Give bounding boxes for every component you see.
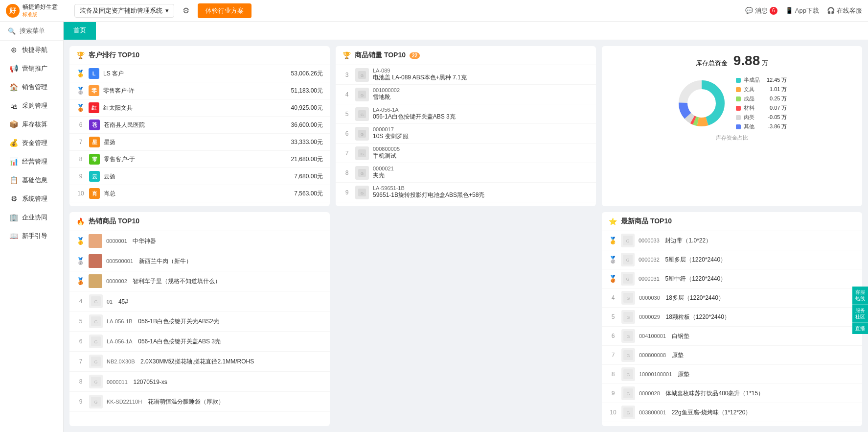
sale-product-code: LA-59651-1B [373, 185, 589, 191]
customer-rank-item: 🥉 红 红太阳文具 40,925.00元 [69, 99, 330, 117]
new-medal-icon: 🥇 [609, 237, 617, 244]
marketing-icon: 📢 [9, 64, 18, 73]
new-product-info: 000800008 原垫 [639, 351, 855, 360]
product-sale-item: 3 G LA-089 电池盖 LA-089 ABS本色+黑种 7.1克 [336, 65, 596, 85]
hot-product-info: 000500001 新西兰牛肉（新牛） [106, 257, 323, 265]
new-product-img: G [621, 329, 635, 343]
new-product-item: 9 G 0000028 体城嘉枚味苏打饮品400毫升（1*15） [602, 384, 862, 403]
topbar: 好 畅捷通好生意 标准版 装备及固定资产辅助管理系统 ▾ ⚙ 体验行业方案 💬 … [0, 0, 868, 22]
new-product-name: 18颗粒板（1220*2440） [665, 313, 730, 320]
float-btn-service[interactable]: 客服热线 [852, 287, 868, 305]
search-icon: 🔍 [8, 27, 16, 35]
hot-product-info: 0000001 中华神器 [106, 237, 323, 245]
legend-label: 成品 [744, 95, 754, 102]
float-btn-direct[interactable]: 直播 [852, 323, 868, 334]
hot-product-code: 01 [107, 299, 113, 305]
quick-nav-icon: ⊕ [9, 46, 18, 54]
sale-product-code: 001000002 [373, 87, 589, 93]
new-product-img: G [621, 406, 635, 419]
sidebar-item-quick-nav[interactable]: ⊕ 快捷导航 [0, 41, 63, 59]
hot-product-item: 4 G 01 45# [69, 291, 330, 312]
new-product-code: 0000028 [639, 390, 660, 396]
hot-product-img-placeholder: G [89, 335, 103, 348]
hot-medal-icon: 🥇 [76, 237, 85, 245]
sale-product-img: G [355, 146, 369, 160]
sidebar-item-purchase[interactable]: 🛍 采购管理 [0, 96, 63, 115]
sale-product-info: 000800005 手机测试 [373, 146, 589, 160]
customer-amount: 53,006.26元 [291, 70, 323, 78]
hot-product-info: KK-SD22110H 花语萌恒温分腿睡袋（厚款） [107, 398, 323, 406]
new-product-item: 4 G 0000030 18多层（1220*2440） [602, 288, 862, 308]
sale-product-code: 0000017 [373, 126, 589, 132]
sidebar-item-sales[interactable]: 🏠 销售管理 [0, 78, 63, 96]
sidebar-item-system[interactable]: ⚙ 系统管理 [0, 190, 63, 208]
sidebar-item-guide[interactable]: 📖 新手引导 [0, 227, 63, 245]
dashboard: 🏆 客户排行 TOP10 🥇 L LS 客户 53,006.26元 🥈 零 零售… [64, 40, 868, 432]
hot-rank-num: 8 [76, 378, 85, 385]
legend-dot [736, 96, 741, 101]
new-product-item: 8 G 10000100001 原垫 [602, 365, 862, 384]
online-service-link[interactable]: 🎧 在线客服 [827, 6, 862, 15]
svg-text:G: G [626, 410, 630, 415]
svg-text:G: G [361, 171, 364, 176]
sale-rank-num: 6 [343, 130, 351, 137]
sidebar-item-operation[interactable]: 📊 经营管理 [0, 152, 63, 171]
customer-rank-item: 9 云 云扬 7,680.00元 [69, 168, 330, 185]
settings-icon[interactable]: ⚙ [179, 4, 193, 18]
svg-text:G: G [361, 152, 364, 156]
trophy-icon: 🏆 [76, 51, 85, 59]
inventory-value: 9.88 [733, 53, 760, 68]
hot-product-item: 6 G LA-056-1A 056-1A白色按键开关盖ABS 3壳 [69, 332, 330, 352]
message-link[interactable]: 💬 消息 6 [745, 6, 777, 15]
sale-product-code: LA-089 [373, 68, 589, 73]
hot-product-item: 🥈 000500001 新西兰牛肉（新牛） [69, 251, 330, 271]
legend-label: 半成品 [744, 76, 760, 84]
customer-amount: 7,680.00元 [294, 172, 323, 181]
app-download-link[interactable]: 📱 App下载 [785, 6, 819, 15]
customer-amount: 51,183.00元 [291, 87, 323, 95]
product-sale-item: 9 G LA-59651-1B 59651-1B旋转投影灯电池盒ABS黑色+58… [336, 183, 596, 202]
hot-rank-num: 9 [76, 398, 85, 405]
tab-home[interactable]: 首页 [64, 22, 96, 40]
inventory-unit: 万 [762, 59, 768, 67]
new-medal-icon: 🥈 [609, 256, 617, 264]
new-rank-num: 7 [609, 352, 617, 359]
customer-avatar: 零 [89, 154, 100, 165]
svg-text:G: G [626, 353, 630, 358]
search-menu[interactable]: 🔍 搜索菜单 [0, 22, 63, 41]
new-product-name: 体城嘉枚味苏打饮品400毫升（1*15） [665, 390, 764, 397]
new-product-name: 22g鱼豆腐-烧烤味（1*12*20） [672, 409, 752, 416]
hot-products-body: 🥇 0000001 中华神器 🥈 000500001 新西兰牛肉（新牛） 🥉 0… [69, 231, 330, 412]
new-product-item: 5 G 0000029 18颗粒板（1220*2440） [602, 308, 862, 327]
hot-product-code: LA-056-1B [107, 318, 133, 324]
sidebar-item-basic[interactable]: 📋 基础信息 [0, 171, 63, 190]
sidebar-item-company[interactable]: 🏢 企业协同 [0, 208, 63, 227]
hot-product-name: 056-1A白色按键开关盖ABS 3壳 [138, 338, 221, 345]
sidebar-item-inventory[interactable]: 📦 库存核算 [0, 115, 63, 134]
trial-button[interactable]: 体验行业方案 [198, 3, 251, 18]
hot-product-img-placeholder: G [89, 355, 103, 368]
system-selector[interactable]: 装备及固定资产辅助管理系统 ▾ [74, 4, 174, 18]
ratio-label: 库存资金占比 [602, 134, 862, 145]
hot-products-card: 🔥 热销商品 TOP10 🥇 0000001 中华神器 🥈 000500001 … [69, 212, 330, 426]
sidebar-item-finance[interactable]: 💰 资金管理 [0, 134, 63, 152]
new-product-code: 0000032 [639, 257, 660, 263]
product-sale-item: 8 G 0000021 夹壳 [336, 163, 596, 183]
legend-label: 文具 [744, 86, 754, 93]
customer-name: LS 客户 [103, 70, 287, 78]
sidebar-item-marketing[interactable]: 📢 营销推广 [0, 59, 63, 78]
phone-icon: 📱 [785, 7, 793, 14]
hot-product-name: 12070519-xs [133, 379, 167, 385]
hot-product-item: 5 G LA-056-1B 056-1B白色按键开关壳ABS2壳 [69, 312, 330, 332]
svg-rect-22 [89, 254, 102, 268]
hot-product-item: 8 G 0000011 12070519-xs [69, 372, 330, 392]
new-product-name: 18多层（1220*2440） [665, 294, 724, 301]
hot-product-name: 新西兰牛肉（新牛） [139, 258, 192, 264]
customer-ranking-header: 🏆 客户排行 TOP10 [69, 46, 330, 65]
sale-rank-num: 5 [343, 111, 351, 118]
new-product-item: 10 G 003800001 22g鱼豆腐-烧烤味（1*12*20） [602, 403, 862, 422]
new-product-item: 🥈 G 0000032 5厘多层（1220*2440） [602, 250, 862, 269]
sale-product-name: 056-1A白色按键开关盖ABS 3克 [373, 113, 589, 121]
float-btn-community[interactable]: 服务社区 [852, 305, 868, 323]
hot-product-info: NB2.0X30B 2.0X30MM双搓花轴,搓花直径2.1MM/ROHS [107, 358, 323, 366]
